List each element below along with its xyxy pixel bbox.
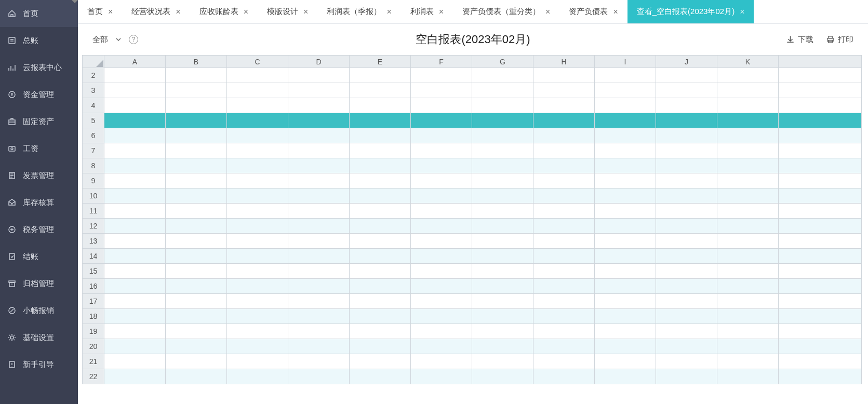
cell[interactable] xyxy=(717,128,779,143)
cell[interactable] xyxy=(104,113,166,128)
cell[interactable] xyxy=(411,83,472,98)
cell[interactable] xyxy=(288,339,350,354)
cell[interactable] xyxy=(104,279,166,294)
close-icon[interactable]: × xyxy=(740,7,744,17)
cell[interactable] xyxy=(595,143,656,158)
cell[interactable] xyxy=(656,219,717,234)
cell[interactable] xyxy=(533,83,595,98)
cell[interactable] xyxy=(350,234,411,249)
cell[interactable] xyxy=(288,113,350,128)
sidebar-scroll-up-indicator[interactable] xyxy=(72,0,78,4)
cell[interactable] xyxy=(717,309,779,324)
cell[interactable] xyxy=(350,354,411,369)
cell[interactable] xyxy=(533,204,595,219)
cell[interactable] xyxy=(595,264,656,279)
cell[interactable] xyxy=(227,294,288,309)
row-header-18[interactable]: 18 xyxy=(83,309,104,324)
sidebar-item-expense[interactable]: 小畅报销 xyxy=(0,297,78,324)
sidebar-item-tax[interactable]: 税务管理 xyxy=(0,216,78,243)
cell[interactable] xyxy=(779,188,862,204)
cell[interactable] xyxy=(166,204,227,219)
cell[interactable] xyxy=(595,249,656,264)
tab-7[interactable]: 资产负债表× xyxy=(559,0,627,23)
cell[interactable] xyxy=(166,113,227,128)
cell[interactable] xyxy=(595,234,656,249)
column-header-D[interactable]: D xyxy=(288,56,350,68)
cell[interactable] xyxy=(472,158,533,173)
sidebar-item-chart[interactable]: 云报表中心 xyxy=(0,54,78,81)
cell[interactable] xyxy=(779,83,862,98)
sidebar-item-salary[interactable]: 工资 xyxy=(0,135,78,162)
row-header-5[interactable]: 5 xyxy=(83,113,104,128)
cell[interactable] xyxy=(533,219,595,234)
cell[interactable] xyxy=(166,128,227,143)
cell[interactable] xyxy=(656,98,717,113)
cell[interactable] xyxy=(779,279,862,294)
cell[interactable] xyxy=(411,143,472,158)
cell[interactable] xyxy=(595,369,656,384)
cell[interactable] xyxy=(288,143,350,158)
cell[interactable] xyxy=(717,143,779,158)
cell[interactable] xyxy=(104,309,166,324)
cell[interactable] xyxy=(350,219,411,234)
cell[interactable] xyxy=(717,339,779,354)
cell[interactable] xyxy=(227,219,288,234)
cell[interactable] xyxy=(288,128,350,143)
cell[interactable] xyxy=(779,309,862,324)
cell[interactable] xyxy=(350,204,411,219)
row-header-12[interactable]: 12 xyxy=(83,219,104,234)
cell[interactable] xyxy=(472,143,533,158)
cell[interactable] xyxy=(411,204,472,219)
cell[interactable] xyxy=(166,309,227,324)
cell[interactable] xyxy=(656,324,717,339)
cell[interactable] xyxy=(288,369,350,384)
cell[interactable] xyxy=(350,264,411,279)
cell[interactable] xyxy=(717,249,779,264)
row-header-4[interactable]: 4 xyxy=(83,98,104,113)
cell[interactable] xyxy=(533,68,595,83)
cell[interactable] xyxy=(717,219,779,234)
cell[interactable] xyxy=(288,294,350,309)
close-icon[interactable]: × xyxy=(244,7,248,17)
cell[interactable] xyxy=(227,158,288,173)
row-header-16[interactable]: 16 xyxy=(83,279,104,294)
cell[interactable] xyxy=(227,309,288,324)
cell[interactable] xyxy=(104,83,166,98)
cell[interactable] xyxy=(472,279,533,294)
cell[interactable] xyxy=(288,354,350,369)
cell[interactable] xyxy=(656,188,717,204)
cell[interactable] xyxy=(595,309,656,324)
cell[interactable] xyxy=(411,188,472,204)
cell[interactable] xyxy=(350,128,411,143)
cell[interactable] xyxy=(227,249,288,264)
spreadsheet[interactable]: ABCDEFGHIJK 2345678910111213141516171819… xyxy=(78,55,868,404)
row-header-21[interactable]: 21 xyxy=(83,354,104,369)
sidebar-item-ledger[interactable]: 总账 xyxy=(0,27,78,54)
cell[interactable] xyxy=(656,158,717,173)
cell[interactable] xyxy=(717,83,779,98)
cell[interactable] xyxy=(350,173,411,188)
cell[interactable] xyxy=(166,369,227,384)
row-header-3[interactable]: 3 xyxy=(83,83,104,98)
sidebar-item-settings[interactable]: 基础设置 xyxy=(0,324,78,351)
tab-6[interactable]: 资产负债表（重分类）× xyxy=(453,0,559,23)
cell[interactable] xyxy=(595,339,656,354)
cell[interactable] xyxy=(166,68,227,83)
cell[interactable] xyxy=(533,173,595,188)
row-header-17[interactable]: 17 xyxy=(83,294,104,309)
cell[interactable] xyxy=(350,324,411,339)
cell[interactable] xyxy=(472,219,533,234)
row-header-11[interactable]: 11 xyxy=(83,204,104,219)
cell[interactable] xyxy=(411,113,472,128)
row-header-22[interactable]: 22 xyxy=(83,369,104,384)
cell[interactable] xyxy=(288,309,350,324)
cell[interactable] xyxy=(779,354,862,369)
cell[interactable] xyxy=(350,143,411,158)
cell[interactable] xyxy=(411,339,472,354)
column-header-E[interactable]: E xyxy=(350,56,411,68)
column-header-extra[interactable] xyxy=(779,56,862,68)
cell[interactable] xyxy=(779,68,862,83)
cell[interactable] xyxy=(533,264,595,279)
cell[interactable] xyxy=(472,354,533,369)
cell[interactable] xyxy=(227,173,288,188)
